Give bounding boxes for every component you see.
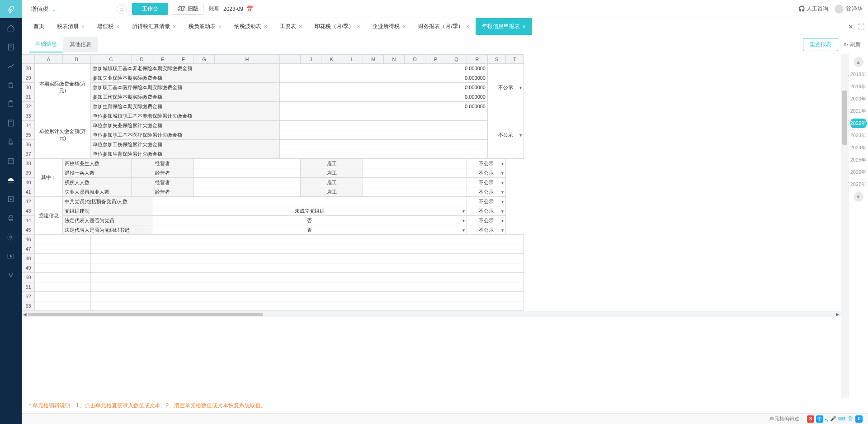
period-label: 账期 — [209, 5, 220, 13]
tax-type-label: 增值税 — [31, 5, 48, 13]
topbar: 增值税 ⌄ ☰ 工作台 切到旧版 账期 2023-09 📅 🎧 人工咨询 徐泽华 — [0, 0, 868, 18]
doc-icon[interactable]: ☰ — [117, 4, 127, 14]
switch-old-button[interactable]: 切到旧版 — [172, 3, 203, 15]
consult-link[interactable]: 🎧 人工咨询 — [798, 5, 828, 13]
workbench-button[interactable]: 工作台 — [132, 3, 168, 15]
avatar-icon — [835, 5, 844, 14]
user-name: 徐泽华 — [846, 5, 863, 13]
user-menu[interactable]: 徐泽华 — [835, 5, 863, 14]
calendar-icon[interactable]: 📅 — [246, 5, 253, 12]
chevron-down-icon: ⌄ — [51, 5, 57, 13]
feather-icon — [6, 5, 15, 14]
period-value[interactable]: 2023-09 — [223, 6, 243, 12]
app-logo — [0, 0, 22, 18]
tax-type-dropdown[interactable]: 增值税 ⌄ — [31, 5, 117, 13]
